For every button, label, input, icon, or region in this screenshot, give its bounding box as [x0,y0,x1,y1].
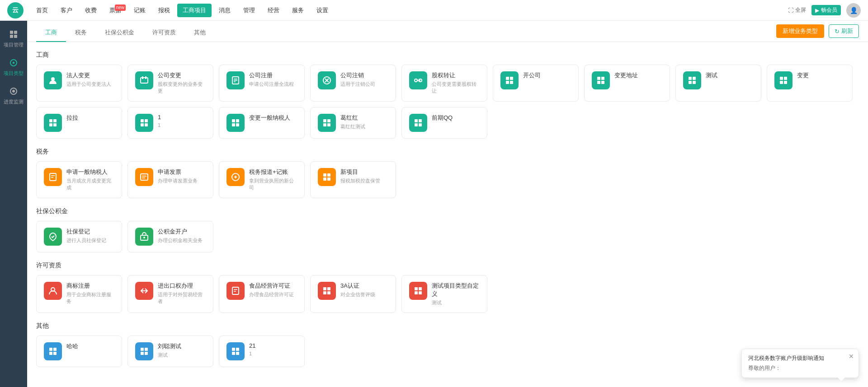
tab-xuke[interactable]: 许可资质 [143,23,185,42]
card-3a-cert[interactable]: 3A认证 对企业信誉评级 [310,275,396,313]
svg-rect-51 [323,123,326,126]
svg-rect-40 [53,123,57,126]
card-qianqi-qq[interactable]: 前期QQ [401,107,487,139]
card-company-change[interactable]: 公司变更 股权变更外的业务变更 [127,65,213,102]
card-change[interactable]: 变更 [767,65,853,102]
nav-operation[interactable]: 经营 [262,4,285,17]
card-open-company[interactable]: 开公司 [493,65,579,102]
card-21[interactable]: 21 1 [219,336,305,367]
svg-point-8 [51,77,55,81]
nav-fee[interactable]: 收费 [80,4,102,17]
nav-tax[interactable]: 报税 [153,4,175,17]
card-liucong-test[interactable]: 刘聪测试 测试 [127,336,213,367]
nav-message[interactable]: 消息 [213,4,236,17]
nav-bizproject[interactable]: 工商项目 [177,4,212,17]
svg-point-19 [415,79,417,82]
nav-bookkeeping[interactable]: 记账 [128,4,151,17]
card-food-license[interactable]: 食品经营许可证 办理食品经营许可证 [219,275,305,313]
section-title-gongshang: 工商 [36,51,859,59]
card-tax-bookkeeping[interactable]: 税务报道+记账 拿到营业执照的新公司 [219,161,305,198]
tab-shebao[interactable]: 社保公积金 [96,23,143,42]
fullscreen-button[interactable]: ⛶ 全屏 [788,6,806,14]
card-gehonghong[interactable]: 葛红红 葛红红测试 [310,107,396,139]
refresh-button[interactable]: ↻ 刷新 [829,24,859,38]
project-manage-icon [8,29,19,40]
notification-close-button[interactable]: ✕ [849,353,854,360]
card-icon-test-type-define [409,282,427,300]
card-company-cancel[interactable]: 公司注销 适用于注销公司 [310,65,396,102]
card-one[interactable]: 1 1 [127,107,213,139]
progress-icon [8,86,19,97]
card-text-faren: 法人变更 适用于公司变更法人 [66,71,114,88]
card-icon-haha [44,342,62,360]
svg-rect-56 [419,123,422,126]
svg-rect-74 [415,291,418,294]
svg-rect-60 [323,173,326,177]
sidebar-item-project-manage[interactable]: 项目管理 [0,24,27,53]
card-icon-3a-cert [318,282,336,300]
svg-rect-50 [327,119,330,122]
tab-other[interactable]: 其他 [185,23,215,42]
new-badge: new [115,5,126,11]
card-social-insurance[interactable]: 社保登记 进行人员社保登记 [36,221,122,252]
card-import-export[interactable]: 进出口权办理 适用于对外贸易经营者 [127,275,213,313]
card-test-type-define[interactable]: 测试项目类型自定义 测试 [401,275,487,313]
svg-rect-46 [236,119,239,122]
card-apply-invoice[interactable]: 申请发票 办理申请发票业务 [127,161,213,198]
svg-rect-27 [597,81,600,84]
cards-grid-other: 哈哈 刘聪测试 测试 21 1 [36,336,859,367]
svg-rect-48 [236,123,239,126]
sidebar-item-progress[interactable]: 进度监测 [0,81,27,110]
card-company-register[interactable]: 公司注册 申请公司注册全流程 [219,65,305,102]
svg-rect-52 [327,123,330,126]
svg-rect-53 [415,119,418,122]
card-icon-social-insurance [44,228,62,246]
sidebar-label-project-type: 项目类型 [4,70,24,77]
svg-rect-30 [693,77,696,80]
card-icon-lala [44,114,62,132]
nav-service[interactable]: 服务 [287,4,309,17]
notification-text: 尊敬的用户： [748,364,852,372]
svg-rect-67 [232,287,239,294]
card-lala[interactable]: 拉拉 [36,107,122,139]
svg-rect-9 [141,78,148,83]
main-content: 工商 税务 社保公积金 许可资质 其他 新增业务类型 ↻ 刷新 工商 法人变更 [27,21,868,387]
card-change-general-tax[interactable]: 变更一般纳税人 [219,107,305,139]
avatar[interactable]: 👤 [846,3,861,18]
card-icon-faren [44,71,62,89]
card-icon-tax-bookkeeping [226,168,245,186]
card-icon-food-license [226,282,245,300]
card-test[interactable]: 测试 [675,65,761,102]
card-icon-one [135,114,153,132]
card-apply-general-tax[interactable]: 申请一般纳税人 当月或次月成变更完成 [36,161,122,198]
svg-rect-75 [419,291,422,294]
svg-rect-5 [13,62,14,64]
svg-rect-45 [232,119,235,122]
tab-shuiwu[interactable]: 税务 [66,23,96,42]
svg-rect-43 [141,123,144,126]
member-button[interactable]: ▶ 畅会员 [811,5,841,15]
nav-settings[interactable]: 设置 [311,4,334,17]
sidebar-item-project-type[interactable]: 项目类型 [0,53,27,81]
card-icon-qianqi-qq [409,114,427,132]
nav-manage[interactable]: 管理 [238,4,260,17]
card-icon-company-cancel [318,71,336,89]
svg-rect-61 [327,173,330,177]
svg-rect-1 [14,31,17,34]
card-new-project[interactable]: 新项目 报税加税控盘保管 [310,161,396,198]
svg-rect-63 [327,177,330,181]
svg-rect-69 [327,287,330,290]
card-trademark[interactable]: 商标注册 用于企业商标注册服务 [36,275,122,313]
card-icon-company-change [135,71,153,89]
card-haha[interactable]: 哈哈 [36,336,122,367]
card-icon-equity [409,71,427,89]
nav-ticket[interactable]: 票据 new [104,4,127,17]
card-equity-transfer[interactable]: 股权转让 公司变更需要股权转让 [401,65,487,102]
tab-gongshang[interactable]: 工商 [36,23,66,42]
nav-home[interactable]: 首页 [31,4,53,17]
add-type-button[interactable]: 新增业务类型 [776,24,824,38]
card-faren-biangeng[interactable]: 法人变更 适用于公司变更法人 [36,65,122,102]
nav-customer[interactable]: 客户 [55,4,78,17]
card-change-address[interactable]: 变更地址 [584,65,670,102]
card-provident-fund[interactable]: 公积金开户 办理公积金相关业务 [127,221,213,252]
